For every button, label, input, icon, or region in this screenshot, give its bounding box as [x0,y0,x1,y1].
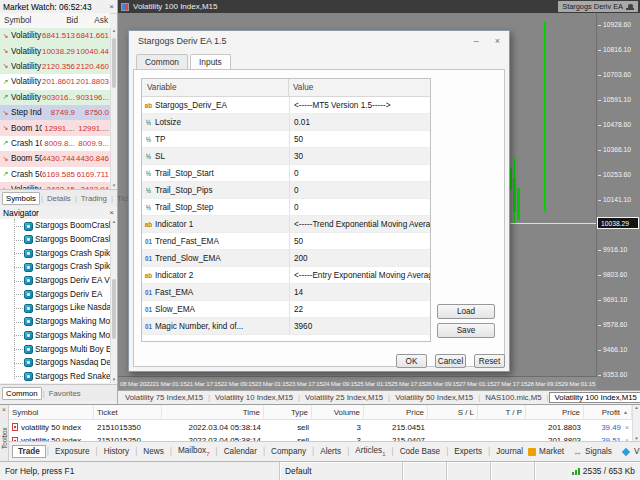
market-watch-row[interactable]: ↘Volatility ...3483.153483.94 [0,182,110,189]
dialog-tab-common[interactable]: Common [136,54,188,69]
chart-tab[interactable]: NAS100.mic,M5 [480,393,546,402]
toolbox-tab-code-base[interactable]: Code Base [395,446,446,457]
position-row[interactable]: volatility 50 index21510152502022.03.04 … [9,434,632,441]
market-watch-tab-symbols[interactable]: Symbols [2,192,40,205]
chart-tab[interactable]: Volatility 10 Index,M15 [210,393,298,402]
navigator-item[interactable]: Stargogs BoomCrash Sell V [0,233,110,247]
column-profit[interactable]: Profit▲ [584,405,632,419]
market-watch-row[interactable]: ↗Crash 1000 In...8009.8...8009.9... [0,136,110,151]
market-watch-tab-trading[interactable]: Trading [78,193,110,204]
input-parameter-row[interactable]: 01Trend_Slow_EMA200 [142,250,430,267]
market-watch-scrollbar[interactable]: ▲ ▼ [110,28,117,189]
input-parameter-row[interactable]: abStargogs_Deriv_EA<-----MT5 Version 1.5… [142,97,430,114]
market-watch-tab-details[interactable]: Details [44,193,74,204]
market-watch-row[interactable]: ↗Crash 500 Ind...6169.5856169.711 [0,167,110,182]
trade-table-scrollbar[interactable]: ▲ ▼ [632,405,640,441]
column-value[interactable]: Value [289,83,430,92]
input-parameter-row[interactable]: 01Fast_EMA14 [142,284,430,301]
scroll-up-icon[interactable]: ▲ [111,28,117,34]
market-watch-row[interactable]: ↗Volatility 75 I...903016...903196... [0,90,110,105]
input-parameter-row[interactable]: 01Slow_EMA22 [142,301,430,318]
cancel-button[interactable]: Cancel [435,354,466,368]
input-parameter-row[interactable]: abIndicator 1<-----Trend Exponential Mov… [142,216,430,233]
parameter-value[interactable]: 0 [289,182,430,198]
market-watch-row[interactable]: ↘Boom 1000 I...12991....12991.... [0,120,110,135]
time-axis[interactable]: 08 Mar 202221 Mar 01:1521 Mar 17:1522 Ma… [118,376,597,390]
scroll-down-icon[interactable]: ▼ [111,377,117,383]
price-axis[interactable]: 10038.29 10928.6010816.1010703.6010591.1… [596,13,640,376]
market-watch-row[interactable]: ↘Step Index8749.98750.0 [0,105,110,120]
input-parameter-row[interactable]: ½Trail_Stop_Step0 [142,199,430,216]
input-parameter-row[interactable]: 01Magic Number, kind of...3960 [142,318,430,335]
close-position-icon[interactable]: × [625,434,629,441]
column-price[interactable]: Price [364,405,428,419]
navigator-item[interactable]: Stargogs Like Nasdaq EA V [0,301,110,315]
column-price[interactable]: Price [526,405,584,419]
navigator-item[interactable]: Stargogs Deriv EA [0,287,110,301]
service-market[interactable]: Market [528,447,564,456]
input-parameter-row[interactable]: ½TP50 [142,131,430,148]
column-tp[interactable]: T / P [478,405,526,419]
navigator-tab-common[interactable]: Common [2,387,42,400]
dialog-minimize-icon[interactable]: – [474,36,479,46]
market-watch-column-headers[interactable]: Symbol Bid Ask [0,13,110,29]
parameter-value[interactable]: 0.01 [289,114,430,130]
column-volume[interactable]: Volume [312,405,364,419]
column-variable[interactable]: Variable [142,79,289,96]
navigator-item[interactable]: Stargogs BoomCrash Buy V [0,219,110,233]
navigator-scrollbar[interactable]: ▲ ▼ [110,219,117,383]
parameter-value[interactable]: 30 [289,148,430,164]
scroll-up-icon[interactable]: ▲ [111,219,117,225]
column-ticket[interactable]: Ticket [94,405,162,419]
input-parameter-row[interactable]: abIndicator 2<-----Entry Exponential Mov… [142,267,430,284]
market-watch-close-icon[interactable]: × [109,3,114,11]
dialog-title-bar[interactable]: Stargogs Deriv EA 1.5 – × [129,31,509,51]
parameter-value[interactable]: 50 [289,233,430,249]
chart-tab[interactable]: Volatility 75 Index,M15 [120,393,208,402]
toolbox-tab-company[interactable]: Company [266,446,311,457]
toolbox-tab-alerts[interactable]: Alerts [315,446,346,457]
parameter-value[interactable]: <-----MT5 Version 1.5-----> [289,97,430,113]
close-position-icon[interactable]: × [625,424,629,431]
input-parameter-row[interactable]: ½Trail_Stop_Pips0 [142,182,430,199]
navigator-item[interactable]: Stargogs Nasdaq Demon E [0,356,110,370]
column-ask[interactable]: Ask [78,16,110,25]
parameter-value[interactable]: 200 [289,250,430,266]
scroll-thumb[interactable] [112,38,116,88]
column-type[interactable]: Type [264,405,312,419]
position-row[interactable]: volatility 50 index21510153502022.03.04 … [9,420,632,434]
market-watch-row[interactable]: ↘Volatility 10 I...6841.5136841.661 [0,28,110,43]
navigator-item[interactable]: Stargogs Making Moves EA [0,315,110,329]
chart-tab[interactable]: Volatility 25 Index,M15 [300,393,388,402]
navigator-item[interactable]: Stargogs Crash Spike Catch [0,246,110,260]
toolbox-tab-history[interactable]: History [99,446,134,457]
scroll-thumb[interactable] [112,279,116,339]
input-parameter-row[interactable]: ½Trail_Stop_Start0 [142,165,430,182]
ok-button[interactable]: OK [396,354,427,368]
column-bid[interactable]: Bid [44,16,78,25]
reset-button[interactable]: Reset [474,354,505,368]
market-watch-row[interactable]: ↘Volatility 100 ...10038.2910040.44 [0,43,110,58]
toolbox-tab-journal[interactable]: Journal [491,446,528,457]
toolbox-tab-mailbox[interactable]: Mailbox7 [173,445,215,458]
chart-tab[interactable]: Volatility 50 Index,M15 [390,393,478,402]
status-profile[interactable]: Default [279,462,402,480]
market-watch-row[interactable]: ↗Volatility 50 I...201.8601201.8803 [0,74,110,89]
parameter-value[interactable]: 22 [289,301,430,317]
dialog-close-icon[interactable]: × [495,36,500,46]
parameter-value[interactable]: 14 [289,284,430,300]
toolbox-tab-calendar[interactable]: Calendar [219,446,262,457]
service-signals[interactable]: ↔Signals [573,447,612,456]
market-watch-row[interactable]: ↘Boom 500 In...4430.7444430.846 [0,151,110,166]
save-button[interactable]: Save [437,323,495,338]
chart-tab[interactable]: Volatility 100 Index,M15 [549,392,640,403]
column-sl[interactable]: S / L [428,405,478,419]
toolbox-tab-articles[interactable]: Articles1 [350,445,390,458]
parameter-value[interactable]: 50 [289,131,430,147]
parameter-value[interactable]: <-----Trend Exponential Moving Average--… [289,216,430,232]
toolbox-tab-trade[interactable]: Trade [12,445,46,458]
parameter-value[interactable]: 0 [289,165,430,181]
navigator-tab-favorites[interactable]: Favorites [46,388,84,399]
load-button[interactable]: Load [437,304,495,319]
parameter-value[interactable]: 0 [289,199,430,215]
